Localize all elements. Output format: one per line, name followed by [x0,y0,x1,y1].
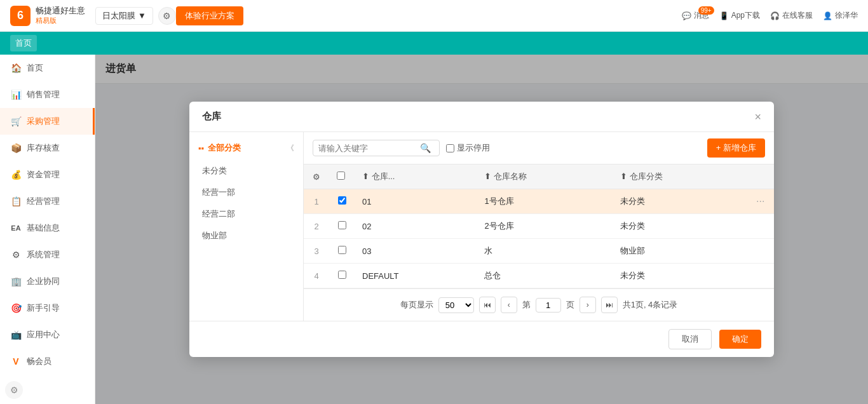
row-name: 水 [477,239,613,264]
sidebar-item-member[interactable]: V 畅会员 [0,348,95,375]
app-sub: 精易版 [36,16,85,25]
prev-page-button[interactable]: ‹ [501,297,517,313]
sidebar-item-basic-info[interactable]: EA 基础信息 [0,215,95,241]
row-code: 01 [355,189,477,214]
sidebar-label-inventory: 库存核查 [27,142,60,154]
row-category: 未分类 [613,189,749,214]
sidebar-label-purchase: 采购管理 [27,116,60,127]
table-row[interactable]: 3 03 水 物业部 [304,239,774,264]
basic-info-icon: EA [10,222,22,234]
user-item[interactable]: 👤 徐泽华 [823,10,858,21]
table-panel: 🔍 显示停用 + 新增仓库 [304,132,774,321]
select-all-checkbox[interactable] [337,172,345,180]
store-name: 日太阳膜 [102,10,135,22]
row-checkbox[interactable] [338,246,346,254]
settings-button[interactable]: ⚙ [158,7,176,25]
sidebar-item-sales[interactable]: 📊 销售管理 [0,81,95,108]
guide-icon: 🎯 [10,302,22,314]
online-service-label: 在线客服 [782,10,813,21]
row-checkbox[interactable] [338,221,346,229]
gear-icon: ⚙ [163,11,171,21]
row-checkbox-cell [329,264,355,288]
online-service-item[interactable]: 🎧 在线客服 [770,10,813,21]
sidebar-item-purchase[interactable]: 🛒 采购管理 [0,108,95,135]
cancel-button[interactable]: 取消 [668,329,712,349]
tab-home[interactable]: 首页 [10,35,37,51]
table-toolbar: 🔍 显示停用 + 新增仓库 [304,132,774,165]
per-page-select[interactable]: 50 20 100 [438,297,474,313]
main-layout: 🏠 首页 📊 销售管理 🛒 采购管理 📦 库存核查 💰 资金管理 📋 经营管理 … [0,55,868,404]
sidebar-item-operations[interactable]: 📋 经营管理 [0,188,95,215]
row-num: 1 [304,189,329,214]
sidebar-item-inventory[interactable]: 📦 库存核查 [0,135,95,161]
sidebar-label-operations: 经营管理 [27,196,60,207]
next-page-button[interactable]: › [580,297,596,313]
sales-icon: 📊 [10,89,22,100]
last-page-button[interactable]: ⏭ [601,297,618,313]
modal-overlay: 仓库 × ▪▪ 全部分类 《 未分类 经营一部 [95,55,868,404]
sidebar-item-guide[interactable]: 🎯 新手引导 [0,295,95,321]
sidebar-item-finance[interactable]: 💰 资金管理 [0,161,95,188]
table-row[interactable]: 1 01 1号仓库 未分类 ··· [304,189,774,214]
sidebar-label-enterprise: 企业协同 [27,276,60,287]
col-settings: ⚙ [304,165,329,189]
row-more [749,214,774,239]
apps-icon: 📺 [10,329,22,340]
add-warehouse-button[interactable]: + 新增仓库 [707,138,765,158]
content-area: 进货单 仓库 × ▪▪ 全部分类 [95,55,868,404]
more-button[interactable]: ··· [756,196,764,206]
row-checkbox[interactable] [338,196,346,205]
app-download-label: App下载 [731,10,760,21]
confirm-button[interactable]: 确定 [719,330,761,349]
disabled-checkbox[interactable] [446,144,454,152]
show-disabled-checkbox[interactable]: 显示停用 [446,142,490,154]
bottom-settings-button[interactable]: ⚙ [5,381,23,399]
table-row[interactable]: 4 DEFAULT 总仓 未分类 [304,264,774,288]
sidebar-item-home[interactable]: 🏠 首页 [0,55,95,81]
grid-icon: ▪▪ [198,144,204,153]
home-icon: 🏠 [10,62,22,74]
sidebar-label-guide: 新手引导 [27,302,60,314]
sidebar-item-apps[interactable]: 📺 应用中心 [0,321,95,348]
sidebar-label-finance: 资金管理 [27,169,60,180]
sidebar: 🏠 首页 📊 销售管理 🛒 采购管理 📦 库存核查 💰 资金管理 📋 经营管理 … [0,55,95,404]
search-icon[interactable]: 🔍 [420,143,431,153]
app-download-item[interactable]: 📱 App下载 [719,10,760,21]
modal-header: 仓库 × [189,102,774,132]
collapse-button[interactable]: 《 [287,143,294,154]
message-item[interactable]: 💬 消息 99+ [682,10,709,21]
sidebar-item-enterprise[interactable]: 🏢 企业协同 [0,268,95,295]
sidebar-label-basic-info: 基础信息 [27,222,60,234]
search-input[interactable] [318,144,420,153]
row-num: 4 [304,264,329,288]
row-checkbox-cell [329,239,355,264]
row-more: ··· [749,189,774,214]
inventory-icon: 📦 [10,142,22,154]
col-checkbox [329,165,355,189]
trial-button[interactable]: 体验行业方案 [176,6,243,25]
category-item-ops2[interactable]: 经营二部 [189,203,303,225]
row-checkbox[interactable] [338,271,346,279]
per-page-label: 每页显示 [400,299,433,311]
row-code: 02 [355,214,477,239]
dropdown-icon: ▼ [138,11,146,20]
sidebar-item-system[interactable]: ⚙ 系统管理 [0,241,95,268]
store-selector[interactable]: 日太阳膜 ▼ [95,7,153,25]
table-row[interactable]: 2 02 2号仓库 未分类 [304,214,774,239]
category-item-uncategorized[interactable]: 未分类 [189,160,303,182]
category-item-property[interactable]: 物业部 [189,225,303,246]
page-number-input[interactable] [536,298,561,313]
category-item-ops1[interactable]: 经营一部 [189,182,303,203]
page-label: 页 [566,299,574,311]
sort-icon3: ⬆ [620,172,627,181]
first-page-button[interactable]: ⏮ [479,297,496,313]
modal-close-button[interactable]: × [754,111,761,123]
all-category-title[interactable]: ▪▪ 全部分类 [198,142,241,154]
row-code: DEFAULT [355,264,477,288]
app-name: 畅捷通好生意 [36,6,85,17]
row-category: 物业部 [613,239,749,264]
col-code: ⬆ 仓库... [355,165,477,189]
row-name: 总仓 [477,264,613,288]
all-category-label: 全部分类 [208,142,241,154]
row-category: 未分类 [613,264,749,288]
